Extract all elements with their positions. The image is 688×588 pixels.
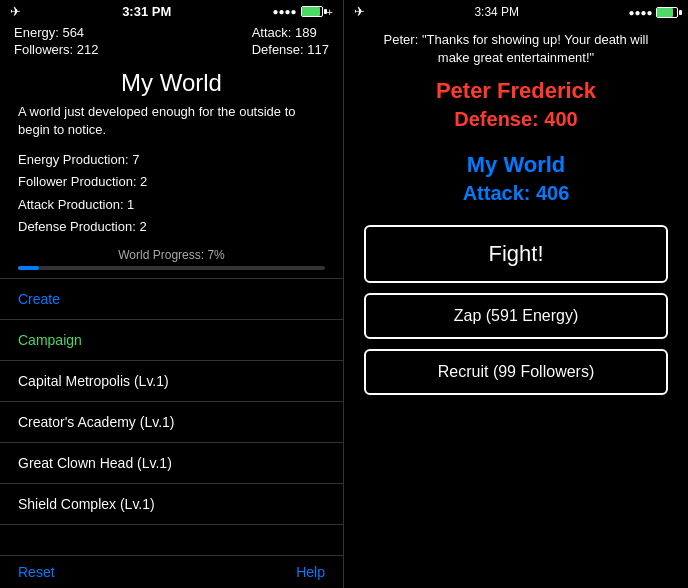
battery-fill-right <box>657 8 673 17</box>
progress-label: World Progress: 7% <box>18 248 325 262</box>
airplane-icon-left: ✈ <box>10 4 21 19</box>
defense-prod: Defense Production: 2 <box>18 216 325 238</box>
reset-button[interactable]: Reset <box>18 564 55 580</box>
follower-prod: Follower Production: 2 <box>18 171 325 193</box>
signal-icon-left: ●●●● <box>272 6 296 17</box>
enemy-defense: Defense: 400 <box>344 108 688 131</box>
battery-icon-right <box>656 7 678 18</box>
stats-row: Energy: 564 Followers: 212 Attack: 189 D… <box>0 23 343 61</box>
attack-prod: Attack Production: 1 <box>18 194 325 216</box>
menu-clown[interactable]: Great Clown Head (Lv.1) <box>0 443 343 484</box>
right-panel: ✈ 3:34 PM ●●●● Peter: "Thanks for showin… <box>344 0 688 588</box>
followers-stat: Followers: 212 <box>14 42 99 57</box>
menu-capital[interactable]: Capital Metropolis (Lv.1) <box>0 361 343 402</box>
time-right: 3:34 PM <box>474 5 519 19</box>
dialog-text: Peter: "Thanks for showing up! Your deat… <box>344 23 688 77</box>
time-left: 3:31 PM <box>122 4 171 19</box>
action-buttons: Fight! Zap (591 Energy) Recruit (99 Foll… <box>344 225 688 395</box>
progress-bar-bg <box>18 266 325 270</box>
battery-icon-left <box>301 6 323 17</box>
menu-academy[interactable]: Creator's Academy (Lv.1) <box>0 402 343 443</box>
status-icons-right: ●●●● <box>628 5 678 19</box>
menu-shield[interactable]: Shield Complex (Lv.1) <box>0 484 343 525</box>
menu-create[interactable]: Create <box>0 279 343 320</box>
zap-button[interactable]: Zap (591 Energy) <box>364 293 668 339</box>
menu-campaign[interactable]: Campaign <box>0 320 343 361</box>
recruit-button[interactable]: Recruit (99 Followers) <box>364 349 668 395</box>
energy-prod: Energy Production: 7 <box>18 149 325 171</box>
left-status-bar: ✈ 3:31 PM ●●●● + <box>0 0 343 23</box>
charging-icon-left: + <box>327 6 333 18</box>
energy-stat: Energy: 564 <box>14 25 99 40</box>
battery-fill-left <box>302 7 320 16</box>
world-title: My World <box>0 69 343 97</box>
bottom-bar: Reset Help <box>0 555 343 588</box>
defense-stat: Defense: 117 <box>252 42 329 57</box>
progress-section: World Progress: 7% <box>0 248 343 270</box>
status-icons-left: ●●●● + <box>272 6 333 18</box>
my-world-attack: Attack: 406 <box>344 182 688 205</box>
menu-list: Create Campaign Capital Metropolis (Lv.1… <box>0 278 343 555</box>
production-stats: Energy Production: 7 Follower Production… <box>0 149 343 237</box>
airplane-icon-right: ✈ <box>354 4 365 19</box>
fight-button[interactable]: Fight! <box>364 225 668 283</box>
stats-col-right: Attack: 189 Defense: 117 <box>252 25 329 57</box>
enemy-name: Peter Frederick <box>344 77 688 106</box>
left-panel: ✈ 3:31 PM ●●●● + Energy: 564 Followers: … <box>0 0 344 588</box>
stats-col-left: Energy: 564 Followers: 212 <box>14 25 99 57</box>
help-button[interactable]: Help <box>296 564 325 580</box>
attack-stat: Attack: 189 <box>252 25 329 40</box>
progress-bar-fill <box>18 266 39 270</box>
my-world-name: My World <box>344 151 688 180</box>
signal-icon-right: ●●●● <box>628 7 652 18</box>
world-desc: A world just developed enough for the ou… <box>0 103 343 139</box>
right-status-bar: ✈ 3:34 PM ●●●● <box>344 0 688 23</box>
